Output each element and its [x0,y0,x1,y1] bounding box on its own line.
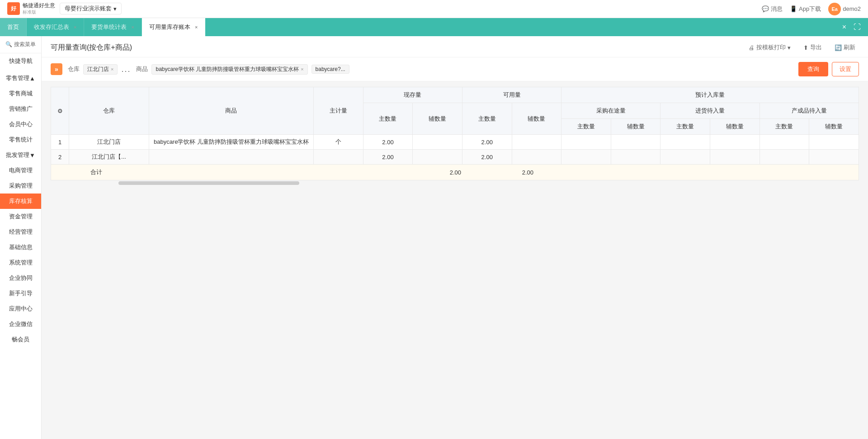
th-product: 商品 [149,87,313,135]
warehouse-more[interactable]: ... [121,65,131,74]
tab-home[interactable]: 首页 [0,18,27,36]
app-label: App下载 [799,5,821,13]
tab-inventory[interactable]: 可用量库存账本 × [142,18,205,36]
tab-inventory-close[interactable]: × [195,24,198,30]
sidebar-item-finance[interactable]: 资金管理 [0,209,41,224]
retail-stats-label: 零售统计 [9,136,33,144]
logo-subtitle: 标准版 [23,9,55,15]
settings-button[interactable]: 设置 [832,62,859,76]
sidebar-item-vip[interactable]: 畅会员 [0,332,41,347]
row1-product: babycare学饮杯 儿童防摔防撞吸管杯重力球吸嘴杯宝宝水杯 [149,135,313,150]
sidebar-item-wholesale[interactable]: 批发管理 ▼ [0,147,41,163]
nav-tabs-bar: 首页 收发存汇总表 × 要货单统计表 × 可用量库存账本 × × ⛶ [0,18,868,36]
table-row: 1 江北门店 babycare学饮杯 儿童防摔防撞吸管杯重力球吸嘴杯宝宝水杯 个… [51,135,859,150]
sidebar-item-marketing[interactable]: 营销推广 [0,101,41,117]
sidebar-item-ecommerce[interactable]: 电商管理 [0,163,41,178]
user-area[interactable]: Ea demo2 [828,3,861,15]
account-selector[interactable]: 母婴行业演示账套 ▾ [60,3,122,14]
weixin-label: 企业微信 [9,320,33,328]
tab-order[interactable]: 要货单统计表 × [84,18,142,36]
th-avail-aux: 辅数量 [512,103,561,135]
th-forecast: 预计入库量 [561,87,859,103]
app-download-btn[interactable]: 📱 App下载 [790,5,821,13]
sidebar-item-basic-info[interactable]: 基础信息 [0,240,41,255]
sidebar-item-member[interactable]: 会员中心 [0,117,41,132]
purchase-label: 采购管理 [9,182,33,190]
marketing-label: 营销推广 [9,105,33,113]
sidebar-search[interactable]: 🔍 搜索菜单 [0,36,41,53]
th-settings[interactable]: ⚙ [51,87,69,135]
sidebar-item-retail-stats[interactable]: 零售统计 [0,132,41,147]
row2-in-aux [710,150,760,165]
print-btn[interactable]: 🖨 按模板打印 ▾ [745,42,794,53]
warehouse-tag[interactable]: 江北门店 × [83,64,118,75]
sidebar-item-retail-shop[interactable]: 零售商城 [0,86,41,101]
product-tag-2[interactable]: babycare?... [311,65,349,74]
refresh-btn[interactable]: 🔄 刷新 [831,42,859,53]
export-btn[interactable]: ⬆ 导出 [800,42,826,53]
tab-inventory-label: 可用量库存账本 [149,23,190,31]
sidebar-item-purchase[interactable]: 采购管理 [0,178,41,194]
row1-unit: 个 [314,135,363,150]
top-bar-left: 好 畅捷通好生意 标准版 母婴行业演示账套 ▾ [7,2,122,15]
tab-order-close[interactable]: × [131,24,134,30]
product-tag-1-close[interactable]: × [301,66,303,72]
filter-expand-btn[interactable]: » [51,63,62,75]
product-tag-1[interactable]: babycare学饮杯 儿童防摔防撞吸管杯重力球吸嘴杯宝宝水杯 × [151,64,307,75]
th-warehouse: 仓库 [69,87,149,135]
tab-receivable[interactable]: 收发存汇总表 × [27,18,84,36]
sidebar-item-retail-mgmt[interactable]: 零售管理 ▲ [0,71,41,86]
logo-area: 好 畅捷通好生意 标准版 [7,2,55,15]
app-icon: 📱 [790,5,797,12]
logo-text: 畅捷通好生意 [23,2,55,9]
row2-no: 2 [51,150,69,165]
gear-icon[interactable]: ⚙ [57,108,63,114]
print-label: 按模板打印 [756,43,786,52]
scroll-thumb[interactable] [118,181,299,185]
finance-label: 资金管理 [9,212,33,221]
th-production: 产成品待入量 [760,103,859,119]
row1-stock-main: 2.00 [363,135,413,150]
sidebar-item-inventory[interactable]: 库存核算 [0,194,41,209]
row2-avail-aux [512,150,561,165]
th-incoming-aux: 辅数量 [710,119,760,135]
window-controls: × ⛶ [835,18,868,36]
query-button[interactable]: 查询 [798,62,828,76]
tab-receivable-close[interactable]: × [74,24,76,30]
basic-info-label: 基础信息 [9,243,33,251]
sidebar-item-quick-nav[interactable]: 快捷导航 [0,53,41,69]
sidebar-item-system[interactable]: 系统管理 [0,255,41,270]
guide-label: 新手引导 [9,289,33,297]
sidebar-item-guide[interactable]: 新手引导 [0,286,41,301]
vip-label: 畅会员 [12,335,29,344]
th-pur-transit-aux: 辅数量 [611,119,660,135]
sidebar-item-business[interactable]: 经营管理 [0,224,41,240]
footer-avail-main: 2.00 [505,169,541,176]
row1-avail-aux [512,135,561,150]
row1-in-aux [710,135,760,150]
row1-pur-aux [611,135,660,150]
row1-prod-main [760,135,809,150]
sidebar-item-enterprise[interactable]: 企业协同 [0,270,41,286]
search-icon: 🔍 [5,41,12,47]
window-expand-icon[interactable]: ⛶ [854,23,861,31]
window-close-icon[interactable]: × [842,23,846,31]
row2-in-main [660,150,710,165]
product-tag-1-text: babycare学饮杯 儿童防摔防撞吸管杯重力球吸嘴杯宝宝水杯 [156,66,299,73]
message-label: 消息 [771,5,783,13]
table-container: ⚙ 仓库 商品 主计量 现存量 可用量 预计入库量 主数量 辅数量 主数量 辅数… [42,81,868,191]
th-pur-transit: 采购在途量 [561,103,660,119]
product-filter: 商品 babycare学饮杯 儿童防摔防撞吸管杯重力球吸嘴杯宝宝水杯 × bab… [136,64,349,75]
filter-area: » 仓库 江北门店 × ... 商品 babycare学饮杯 儿童防摔防撞吸管杯… [42,57,868,81]
scroll-area[interactable] [51,180,859,186]
sidebar-item-app-center[interactable]: 应用中心 [0,301,41,316]
row1-in-main [660,135,710,150]
tab-order-label: 要货单统计表 [91,23,127,31]
logo-text-block: 畅捷通好生意 标准版 [23,2,55,15]
th-stock-main: 主数量 [363,103,413,135]
tab-home-label: 首页 [7,23,19,31]
row2-stock-main: 2.00 [363,150,413,165]
warehouse-tag-close[interactable]: × [111,66,113,72]
message-btn[interactable]: 💬 消息 [762,5,783,13]
sidebar-item-weixin[interactable]: 企业微信 [0,316,41,332]
